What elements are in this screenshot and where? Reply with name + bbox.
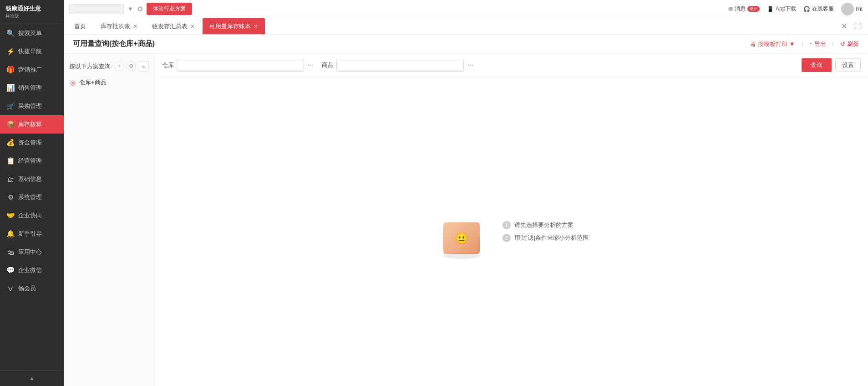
headset-icon: 🎧 [803,6,810,12]
column-settings-button[interactable]: 设置 [835,58,861,72]
gear-icon: ⚙ [6,193,15,201]
sidebar-item-inventory[interactable]: 📦 库存核算 [0,115,64,134]
vip-icon: V [6,285,15,293]
warehouse-more-button[interactable]: ··· [307,61,315,69]
refresh-icon: ↺ [840,41,845,47]
hint-text-2: 用[过滤]条件来缩小分析范围 [514,234,589,242]
avatar [841,3,854,15]
print-icon: 🖨 [750,41,756,47]
gift-icon: 🎁 [6,66,15,74]
topbar: ▼ ⚙ 体验行业方案 ✉ 消息 99+ 📱 App下载 🎧 在线客服 Rit [64,0,868,18]
collapse-panel-button[interactable]: « [138,61,149,72]
shop-icon: 🛍 [6,248,15,256]
sidebar-item-member[interactable]: V 畅会员 [0,279,64,298]
app-label: App下载 [776,5,796,13]
chat-icon: 💬 [6,266,15,274]
sidebar-label-operation: 经营管理 [18,157,42,165]
warehouse-label: 仓库 [162,61,174,69]
product-field: 商品 ··· [322,59,474,72]
sidebar-item-appstore[interactable]: 🛍 应用中心 [0,243,64,261]
scheme-label: 仓库+商品 [79,78,107,87]
sidebar-label-marketing: 营销推广 [18,66,42,74]
scheme-icon: ◎ [70,79,76,86]
tab-expand-button[interactable]: ⛶ [852,21,864,31]
topbar-search-input[interactable] [69,4,124,14]
sidebar-item-sales[interactable]: 📊 销售管理 [0,79,64,97]
scheme-item-warehouse-product[interactable]: ◎ 仓库+商品 [64,75,154,90]
sidebar-item-wechat[interactable]: 💬 企业微信 [0,261,64,279]
product-more-button[interactable]: ··· [467,61,474,69]
sidebar-bottom: ▲ [0,370,64,386]
query-bar: 仓库 ··· 商品 ··· 查询 设置 [155,54,868,77]
online-service-button[interactable]: 🎧 在线客服 [803,5,834,13]
tab-batch-close-icon[interactable]: ✕ [133,23,137,30]
tab-available-close-icon[interactable]: ✕ [254,23,258,30]
tab-close-window-button[interactable]: ✕ [838,21,850,31]
print-template-button[interactable]: 🖨 按模板打印 ▼ [750,40,795,48]
sidebar-item-marketing[interactable]: 🎁 营销推广 [0,61,64,79]
user-avatar-button[interactable]: Rit [841,3,863,15]
sidebar-label-finance: 资金管理 [18,139,42,147]
topbar-settings-icon[interactable]: ⚙ [137,5,143,13]
content: 按以下方案查询 + ⚙ « ◎ 仓库+商品 仓库 ··· [64,54,868,386]
sidebar-item-newbie[interactable]: 🔔 新手引导 [0,225,64,243]
bell-icon: 🔔 [6,230,15,238]
print-dropdown-icon[interactable]: ▼ [789,41,795,47]
industry-solution-button[interactable]: 体验行业方案 [147,3,192,15]
refresh-button[interactable]: ↺ 刷新 [840,40,859,48]
sidebar-item-purchase[interactable]: 🛒 采购管理 [0,97,64,115]
sidebar-item-operation[interactable]: 📋 经营管理 [0,152,64,170]
empty-state: 😐 1 请先选择要分析的方案 2 用[过滤]条件来缩小分析范围 [155,77,868,386]
add-scheme-button[interactable]: + [114,61,124,71]
sidebar-label-purchase: 采购管理 [18,102,42,110]
export-label: 导出 [814,40,826,48]
sidebar-item-basic[interactable]: 🗂 基础信息 [0,170,64,188]
query-actions: 查询 设置 [802,58,861,72]
empty-illustration: 😐 [434,204,489,259]
app-download-button[interactable]: 📱 App下载 [767,5,796,13]
main: ▼ ⚙ 体验行业方案 ✉ 消息 99+ 📱 App下载 🎧 在线客服 Rit [64,0,868,386]
phone-icon: 📱 [767,6,774,12]
filter-panel-header: 按以下方案查询 + ⚙ « [64,58,154,75]
export-button[interactable]: ↑ 导出 [809,40,826,48]
tab-summary[interactable]: 收发存汇总表 ✕ [145,18,202,34]
empty-hints: 1 请先选择要分析的方案 2 用[过滤]条件来缩小分析范围 [503,221,589,242]
logo-sub: 标准版 [5,13,58,19]
export-icon: ↑ [809,41,812,47]
query-button[interactable]: 查询 [802,58,832,72]
right-content: 仓库 ··· 商品 ··· 查询 设置 😐 [155,54,868,386]
product-input[interactable] [336,59,464,72]
hint-text-1: 请先选择要分析的方案 [514,221,574,229]
tab-available[interactable]: 可用量库存账本 ✕ [203,18,265,34]
sidebar-label-inventory: 库存核算 [18,120,42,129]
sidebar-item-shortcut[interactable]: ⚡ 快捷导航 [0,42,64,61]
message-badge: 99+ [747,6,760,12]
warehouse-field: 仓库 ··· [162,59,315,72]
sidebar-item-enterprise[interactable]: 🤝 企业协同 [0,206,64,225]
sidebar-item-system[interactable]: ⚙ 系统管理 [0,188,64,206]
handshake-icon: 🤝 [6,211,15,220]
topbar-dropdown-icon[interactable]: ▼ [127,5,133,12]
sidebar-label-search: 搜索菜单 [18,29,42,37]
tab-batch[interactable]: 库存批次账 ✕ [94,18,144,34]
empty-shadow [443,253,480,259]
sidebar-scroll: 🔍 搜索菜单 ⚡ 快捷导航 🎁 营销推广 📊 销售管理 🛒 采购管理 📦 库存核… [0,24,64,370]
warehouse-input[interactable] [177,59,304,72]
chart-icon: 📊 [6,84,15,92]
message-button[interactable]: ✉ 消息 99+ [728,5,760,13]
filter-panel-title: 按以下方案查询 [69,62,111,71]
tab-summary-close-icon[interactable]: ✕ [190,23,195,30]
empty-hint-1: 1 请先选择要分析的方案 [503,221,589,229]
logo-title: 畅康通好生意 [5,5,58,13]
sidebar-item-search[interactable]: 🔍 搜索菜单 [0,24,64,42]
scheme-settings-button[interactable]: ⚙ [126,61,136,71]
sidebar-bottom-icon: ▲ [29,375,35,381]
search-icon: 🔍 [6,29,15,37]
money-icon: 💰 [6,139,15,147]
box-icon: 📦 [6,120,15,129]
tab-home[interactable]: 首页 [67,18,93,34]
product-label: 商品 [322,61,334,69]
sidebar: 畅康通好生意 标准版 🔍 搜索菜单 ⚡ 快捷导航 🎁 营销推广 📊 销售管理 🛒… [0,0,64,386]
box-face-icon: 😐 [455,232,468,245]
sidebar-item-finance[interactable]: 💰 资金管理 [0,134,64,152]
